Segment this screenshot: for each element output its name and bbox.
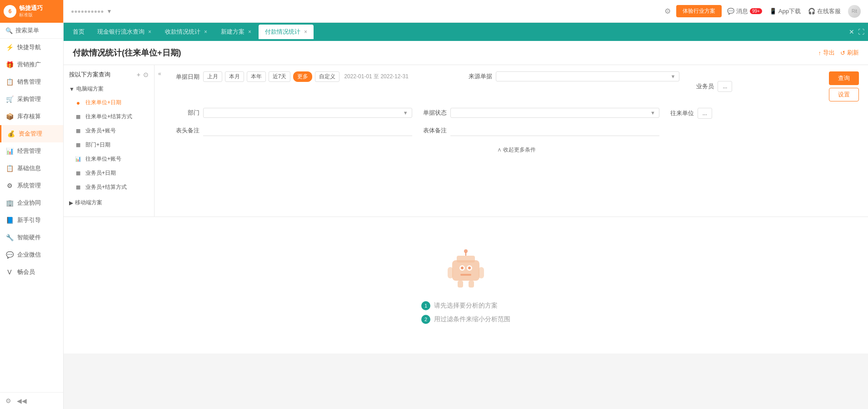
partner-select-btn[interactable]: ... [698, 108, 712, 119]
sidebar: 6 畅捷通巧 标准版 🔍 搜索菜单 ⚡ 快捷导航 🎁 营销推广 📋 销售管理 🛒… [0, 0, 64, 409]
scheme-item-staff-settle[interactable]: ▦ 业务员+结算方式 [64, 180, 154, 194]
sidebar-item-label: 库存核算 [17, 112, 41, 121]
partner-field: 往来单位 ... [668, 108, 859, 119]
scheme-item-staff-account[interactable]: ▦ 业务员+账号 [64, 124, 154, 138]
scheme-section-mobile-title[interactable]: ▶ 移动端方案 [64, 196, 154, 209]
body-note-input[interactable] [450, 125, 659, 136]
scheme-item-unit-account[interactable]: 📊 往来单位+账号 [64, 152, 154, 166]
active-scheme-icon: ● [75, 99, 82, 106]
breadcrumb-chevron[interactable]: ▼ [106, 8, 112, 15]
query-btn[interactable]: 查询 [829, 71, 859, 85]
page-title: 付款情况统计(往来单位+日期) [73, 47, 181, 58]
topbar-actions: 💬 消息 99+ 📱 App下载 🎧 在线客服 Rit [727, 5, 861, 18]
sidebar-item-wechat[interactable]: 💬 企业微信 [0, 246, 63, 263]
date-btn-more[interactable]: 更多 [293, 71, 312, 82]
bill-status-arrow: ▼ [650, 110, 655, 116]
collapse-bar: ∧ 收起更多条件 [174, 142, 859, 157]
sidebar-item-basic[interactable]: 📋 基础信息 [0, 160, 63, 177]
svg-point-5 [468, 267, 471, 269]
sidebar-item-system[interactable]: ⚙ 系统管理 [0, 177, 63, 194]
scheme-panel-actions: + ⊙ [137, 71, 149, 78]
basic-icon: 📋 [5, 164, 14, 172]
date-btn-7days[interactable]: 近7天 [269, 71, 291, 82]
sidebar-item-sales[interactable]: 📋 销售管理 [0, 73, 63, 91]
tab-bank-close[interactable]: × [148, 29, 151, 35]
collapse-more-btn[interactable]: ∧ 收起更多条件 [497, 146, 536, 154]
purchase-icon: 🛒 [5, 95, 14, 103]
search-menu[interactable]: 🔍 搜索菜单 [0, 23, 63, 39]
scheme-collapse-btn[interactable]: « [155, 65, 165, 82]
scheme-icon-5: ▦ [75, 184, 82, 191]
refresh-btn[interactable]: ↺ 刷新 [840, 49, 859, 57]
online-service-btn[interactable]: 🎧 在线客服 [808, 7, 841, 15]
empty-tip-1: 1 请先选择要分析的方案 [421, 301, 510, 310]
sidebar-item-shortcut[interactable]: ⚡ 快捷导航 [0, 39, 63, 56]
search-label: 搜索菜单 [15, 26, 39, 35]
tab-payment[interactable]: 付款情况统计 × [259, 25, 314, 39]
brand-sub: 标准版 [19, 12, 43, 18]
tab-payment-close[interactable]: × [304, 29, 307, 35]
app-download-btn[interactable]: 📱 App下载 [769, 7, 801, 15]
footer-settings-icon[interactable]: ⚙ [5, 397, 11, 404]
notification-btn[interactable]: 💬 消息 99+ [727, 7, 762, 15]
export-btn[interactable]: ↑ 导出 [818, 49, 835, 57]
tab-newplan-close[interactable]: × [248, 29, 251, 35]
sidebar-item-guide[interactable]: 📘 新手引导 [0, 212, 63, 229]
bill-date-value: 上月 本月 本年 近7天 更多 自定义 2022-01-01 至 2022-12… [203, 71, 458, 82]
date-btn-last-month[interactable]: 上月 [203, 71, 222, 82]
wechat-icon: 💬 [5, 251, 14, 259]
tab-newplan[interactable]: 新建方案 × [215, 25, 258, 39]
user-avatar[interactable]: Rit [848, 5, 861, 18]
empty-illustration [443, 247, 489, 292]
empty-tips: 1 请先选择要分析的方案 2 用过滤条件来缩小分析范围 [421, 301, 510, 324]
sidebar-item-inventory[interactable]: 📦 库存核算 [0, 108, 63, 125]
close-window-icon[interactable]: ✕ [849, 28, 854, 35]
source-bill-select[interactable]: ▼ [496, 71, 679, 81]
trial-btn[interactable]: 体验行业方案 [676, 5, 722, 17]
bill-status-select[interactable]: ▼ [450, 108, 659, 118]
staff-select-btn[interactable]: ... [718, 81, 732, 92]
topbar-settings-icon[interactable]: ⚙ [664, 7, 671, 15]
date-btn-this-month[interactable]: 本月 [225, 71, 244, 82]
svg-point-12 [464, 249, 468, 253]
footer-collapse-icon[interactable]: ◀◀ [17, 397, 27, 404]
date-btn-custom[interactable]: 自定义 [315, 71, 339, 82]
path-text: ●●●●●●●●●● [71, 8, 104, 15]
app-download-label: App下载 [778, 7, 801, 15]
sidebar-item-label: 智能硬件 [17, 233, 41, 242]
tab-receipt-close[interactable]: × [204, 29, 207, 35]
sales-icon: 📋 [5, 78, 14, 86]
brand-logo: 6 [4, 5, 16, 18]
sidebar-item-member[interactable]: V 畅会员 [0, 263, 63, 281]
corp-icon: 🏢 [5, 199, 14, 207]
tab-bank[interactable]: 现金银行流水查询 × [91, 25, 158, 39]
scheme-item-dept-date[interactable]: ▦ 部门+日期 [64, 138, 154, 152]
sidebar-item-operation[interactable]: 📊 经营管理 [0, 142, 63, 160]
scheme-item-unit-settle[interactable]: ▦ 往来单位+结算方式 [64, 110, 154, 124]
sidebar-item-purchase[interactable]: 🛒 采购管理 [0, 91, 63, 108]
dept-select[interactable]: ▼ [203, 108, 412, 118]
svg-rect-8 [479, 267, 484, 278]
sidebar-item-finance[interactable]: 💰 资金管理 [0, 125, 63, 142]
staff-field: 业务员 ... 查询 设置 [688, 71, 859, 101]
guide-icon: 📘 [5, 216, 14, 224]
tab-home[interactable]: 首页 [67, 28, 90, 36]
sidebar-item-hardware[interactable]: 🔧 智能硬件 [0, 229, 63, 246]
setting-btn[interactable]: 设置 [829, 88, 859, 101]
scheme-item-staff-date[interactable]: ▦ 业务员+日期 [64, 166, 154, 180]
maximize-icon[interactable]: ⛶ [858, 28, 864, 35]
scheme-settings-icon[interactable]: ⊙ [143, 71, 149, 78]
service-icon: 🎧 [808, 8, 815, 15]
date-btn-this-year[interactable]: 本年 [247, 71, 266, 82]
scheme-item-unit-date[interactable]: ● 往来单位+日期 [64, 96, 154, 110]
header-note-input[interactable] [203, 125, 412, 136]
sidebar-item-corp[interactable]: 🏢 企业协同 [0, 194, 63, 212]
scheme-add-icon[interactable]: + [137, 71, 140, 78]
scheme-panel-header: 按以下方案查询 + ⊙ [64, 71, 154, 82]
scheme-section-desktop-title[interactable]: ▼ 电脑端方案 [64, 82, 154, 96]
source-bill-field: 来源单据 ▼ [467, 71, 679, 81]
sidebar-item-marketing[interactable]: 🎁 营销推广 [0, 56, 63, 73]
collapse-label: 收起更多条件 [503, 146, 536, 153]
tab-receipt[interactable]: 收款情况统计 × [159, 25, 214, 39]
notification-badge: 99+ [750, 8, 762, 14]
